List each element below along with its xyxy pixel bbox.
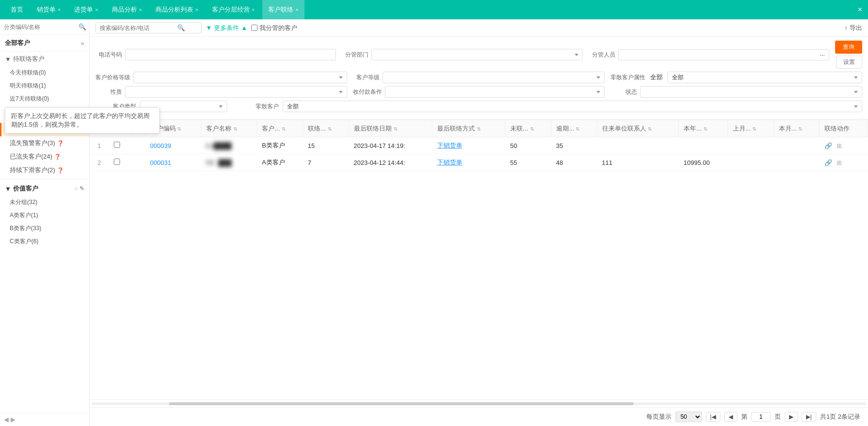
nav-item-home[interactable]: 首页	[5, 0, 29, 19]
row1-grid-icon[interactable]: ⊞	[837, 142, 842, 149]
cell-row1-code[interactable]: 000039	[145, 137, 201, 154]
retail-customer-select[interactable]: 全部	[283, 101, 862, 112]
retail-attr-label: 零散客户属性	[610, 73, 645, 82]
nav-item-customer-contact[interactable]: 客户联络 ×	[262, 0, 304, 19]
col-this-month-header[interactable]: 本月... ⇅	[774, 120, 820, 137]
payment-select[interactable]	[385, 86, 605, 98]
nav-analysis-list-close[interactable]: ×	[195, 7, 198, 13]
cell-row2-last-contact-method[interactable]: 下销货单	[432, 154, 505, 171]
customer-level-select[interactable]	[382, 72, 605, 83]
nav-customer-contact-close[interactable]: ×	[295, 7, 298, 13]
more-conditions-button[interactable]: ▼ 更多条件 ▲	[206, 24, 247, 32]
query-button[interactable]: 查询	[835, 41, 862, 54]
nav-purchase-close[interactable]: ×	[95, 7, 98, 13]
cell-row1-this-year	[679, 137, 728, 154]
section-label-pending: 待联络客户	[13, 55, 45, 63]
row2-checkbox[interactable]	[114, 159, 120, 165]
sidebar-item-ungrouped[interactable]: 未分组(32)	[0, 196, 89, 209]
nav-item-analysis-list[interactable]: 商品分析列表 ×	[150, 0, 204, 19]
col-contact-header[interactable]: 联络... ⇅	[303, 120, 349, 137]
search-input[interactable]	[100, 25, 177, 31]
first-page-button[interactable]: |◀	[706, 412, 720, 422]
row1-checkbox[interactable]	[114, 142, 120, 148]
cell-row1-last-month	[728, 137, 774, 154]
person-select[interactable]: ···	[618, 49, 829, 60]
nav-home-label: 首页	[11, 5, 23, 14]
filter-actions: 查询 设置	[835, 41, 862, 69]
sidebar-search-area: 🔍	[0, 19, 89, 35]
horizontal-scrollbar[interactable]	[90, 399, 868, 407]
col-customer-type-header[interactable]: 客户... ⇅	[257, 120, 303, 137]
churned-icon: ❓	[54, 154, 61, 160]
retail-attr-select[interactable]: 全部	[668, 72, 862, 83]
sidebar-collapse-icon[interactable]: «	[81, 40, 84, 47]
sidebar-item-7days-contact[interactable]: 近7天待联络(0)	[0, 92, 89, 105]
col-this-year-header[interactable]: 本年... ⇅	[679, 120, 728, 137]
cell-row2-checkbox[interactable]	[109, 154, 131, 171]
sidebar-search-icon[interactable]: 🔍	[78, 23, 86, 30]
all-customers-label: 全部客户	[5, 39, 30, 47]
scroll-thumb[interactable]	[169, 402, 634, 405]
cell-row2-last-month	[728, 154, 774, 171]
sidebar-item-class-c[interactable]: C类客户(6)	[0, 235, 89, 248]
my-customers-checkbox[interactable]	[251, 25, 258, 31]
nav-item-purchase[interactable]: 进货单 ×	[68, 0, 104, 19]
sidebar-all-customers-header[interactable]: 全部客户 «	[0, 35, 89, 52]
sidebar-item-declining[interactable]: 持续下滑客户(2) ❓	[0, 163, 89, 177]
filter-row-3: 性质 收付款条件 状态	[95, 86, 862, 98]
cell-row2-overdue: 48	[551, 154, 597, 171]
nav-item-customer-tier[interactable]: 客户分层经营 ×	[206, 0, 260, 19]
col-last-contact-date-header[interactable]: 最后联络日期 ⇅	[349, 120, 432, 137]
sidebar-item-today-contact[interactable]: 今天待联络(0)	[0, 66, 89, 79]
cell-row1-checkbox[interactable]	[109, 137, 131, 154]
sidebar-section-value-customers[interactable]: ▼ 价值客户 ○ ✎	[0, 181, 89, 196]
more-conditions-label: 更多条件	[214, 24, 239, 32]
last-page-button[interactable]: ▶|	[802, 412, 816, 422]
settings-button[interactable]: 设置	[836, 56, 862, 69]
sidebar-item-tomorrow-contact[interactable]: 明天待联络(1)	[0, 79, 89, 92]
my-customers-checkbox-area[interactable]: 我分管的客户	[251, 24, 297, 32]
sidebar-next-arrow[interactable]: ▶	[11, 416, 15, 423]
nav-analysis-close[interactable]: ×	[139, 7, 142, 13]
export-button[interactable]: ↑ 导出	[845, 24, 863, 32]
cell-row2-code[interactable]: 000031	[145, 154, 201, 171]
per-page-select[interactable]: 50 100 200	[675, 411, 702, 422]
nav-customer-tier-close[interactable]: ×	[252, 7, 255, 13]
filter-row-2: 客户价格等级 客户等级 零散客户属性 全部 全部	[95, 72, 862, 83]
next-page-button[interactable]: ▶	[785, 412, 798, 422]
sidebar-search-input[interactable]	[4, 24, 76, 30]
nav-sales-close[interactable]: ×	[58, 7, 61, 13]
sidebar-item-churned[interactable]: 已流失客户(24) ❓	[0, 150, 89, 163]
search-icon[interactable]: 🔍	[177, 24, 185, 31]
page-input[interactable]	[751, 412, 771, 422]
status-select[interactable]	[640, 86, 862, 98]
dept-select[interactable]	[371, 49, 582, 60]
cell-row1-last-contact-method[interactable]: 下销货单	[432, 137, 505, 154]
price-level-select[interactable]	[133, 72, 347, 83]
row2-link-icon[interactable]: 🔗	[824, 159, 832, 166]
table-row: 2 000031 RE .███ A类客户 7 2023-04-12 14:44…	[90, 154, 868, 171]
col-overdue-header[interactable]: 逾期... ⇅	[551, 120, 597, 137]
col-no-contact-header[interactable]: 未联... ⇅	[505, 120, 551, 137]
sidebar-section-pending-contact[interactable]: ▼ 待联络客户	[0, 52, 89, 66]
window-close-button[interactable]: ×	[858, 5, 862, 14]
customers-table: ⚙ 客户编码 ⇅ 客户名称 ⇅ 客户... ⇅ 联络... ⇅ 最后联络日期 ⇅…	[90, 120, 868, 171]
scroll-track[interactable]	[91, 402, 866, 405]
gender-select[interactable]	[125, 86, 347, 98]
row1-link-icon[interactable]: 🔗	[824, 142, 832, 149]
col-last-month-header[interactable]: 上月... ⇅	[728, 120, 774, 137]
nav-item-sales[interactable]: 销货单 ×	[31, 0, 66, 19]
phone-input[interactable]	[125, 49, 336, 60]
col-company-contact-header[interactable]: 往来单位联系人 ⇅	[597, 120, 679, 137]
sidebar-item-class-b[interactable]: B类客户(33)	[0, 222, 89, 235]
sidebar-item-churn-warning[interactable]: 流失预警客户(3) ❓	[0, 136, 89, 150]
row2-grid-icon[interactable]: ⊞	[837, 159, 842, 166]
col-last-contact-method-header[interactable]: 最后联络方式 ⇅	[432, 120, 505, 137]
value-customers-edit-icon[interactable]: ○ ✎	[74, 185, 84, 192]
prev-page-button[interactable]: ◀	[724, 412, 737, 422]
sidebar-prev-arrow[interactable]: ◀	[4, 416, 9, 423]
sidebar-item-class-a[interactable]: A类客户(1)	[0, 209, 89, 222]
col-name-header[interactable]: 客户名称 ⇅	[201, 120, 257, 137]
nav-item-analysis[interactable]: 商品分析 ×	[106, 0, 148, 19]
status-label: 状态	[610, 88, 637, 96]
